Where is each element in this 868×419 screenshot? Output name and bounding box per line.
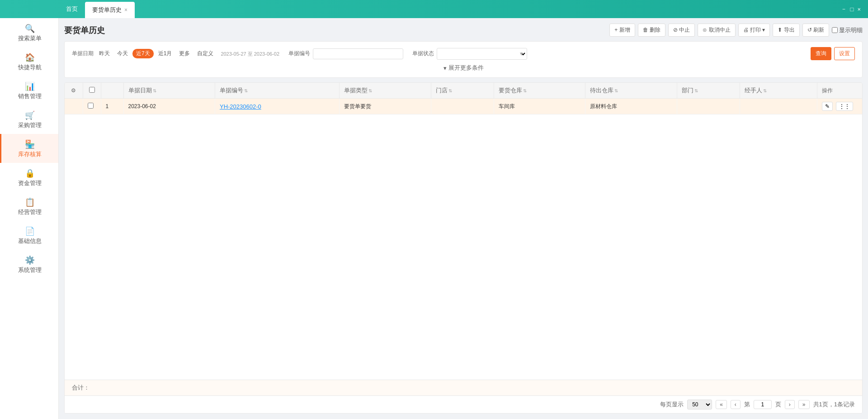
- sidebar-item-finance-mgmt[interactable]: 🔒 资金管理: [0, 163, 58, 192]
- th-num: [101, 83, 123, 99]
- display-dense-toggle[interactable]: 显示明细: [832, 26, 863, 34]
- top-bar: 首页 要货单历史 × － □ ×: [0, 0, 868, 18]
- sidebar-item-search-menu-label: 搜索菜单: [18, 34, 42, 43]
- top-bar-right: － □ ×: [841, 0, 861, 18]
- print-button[interactable]: 🖨 打印 ▾: [738, 24, 770, 37]
- window-minimize-btn[interactable]: －: [841, 5, 847, 13]
- table-row[interactable]: 1 2023-06-02 YH-20230602-0 要货单要货 车间库 原材料…: [65, 99, 862, 114]
- status-filter-label: 单据状态: [412, 50, 434, 57]
- ops-mgmt-icon: 📋: [25, 198, 35, 206]
- window-restore-btn[interactable]: □: [850, 6, 854, 13]
- th-action: 操作: [817, 83, 862, 99]
- page-size-select[interactable]: 50 10 20 100: [687, 400, 712, 409]
- delete-button[interactable]: 🗑 删除: [638, 24, 665, 37]
- sidebar: 🔍 搜索菜单 🏠 快捷导航 📊 销售管理 🛒 采购管理 🏪 库存核算 🔒 资金管…: [0, 18, 59, 419]
- tab-close-icon[interactable]: ×: [124, 7, 127, 13]
- th-handler[interactable]: 经手人⇅: [740, 83, 817, 99]
- select-all-checkbox[interactable]: [89, 87, 95, 93]
- th-store[interactable]: 门店⇅: [431, 83, 494, 99]
- date-btn-7days[interactable]: 近7天: [132, 49, 154, 58]
- page-label-suffix: 页: [775, 400, 781, 409]
- th-pending-warehouse[interactable]: 待出仓库⇅: [585, 83, 677, 99]
- date-btn-today[interactable]: 今天: [114, 49, 131, 58]
- add-button[interactable]: + 新增: [609, 24, 635, 37]
- sales-mgmt-icon: 📊: [25, 82, 35, 90]
- sidebar-item-ops-mgmt[interactable]: 📋 经营管理: [0, 192, 58, 221]
- prev-page-button[interactable]: ‹: [731, 400, 741, 409]
- total-info: 共1页，1条记录: [813, 400, 855, 409]
- sidebar-item-search-menu[interactable]: 🔍 搜索菜单: [0, 18, 58, 47]
- sort-dept-icon: ⇅: [694, 88, 698, 93]
- sidebar-item-basic-info[interactable]: 📄 基础信息: [0, 221, 58, 250]
- cell-settings: [65, 99, 83, 114]
- filter-card: 单据日期 昨天 今天 近7天 近1月 更多 自定义 2023-05-27 至 2…: [64, 41, 863, 78]
- expand-more-btn[interactable]: ▾ 展开更多条件: [72, 64, 855, 72]
- sort-date-icon: ⇅: [153, 88, 156, 93]
- cell-store: [431, 99, 494, 114]
- edit-action-btn[interactable]: ✎: [822, 102, 833, 111]
- cell-docno[interactable]: YH-20230602-0: [215, 99, 339, 114]
- date-btn-1month[interactable]: 近1月: [156, 49, 175, 58]
- sidebar-item-ops-mgmt-label: 经营管理: [18, 208, 42, 216]
- row-checkbox[interactable]: [88, 103, 94, 109]
- sidebar-item-sales-mgmt[interactable]: 📊 销售管理: [0, 76, 58, 105]
- th-docno[interactable]: 单据编号⇅: [215, 83, 339, 99]
- sidebar-item-system-mgmt-label: 系统管理: [18, 266, 42, 274]
- sidebar-item-inventory-label: 库存核算: [18, 150, 42, 158]
- th-req-warehouse[interactable]: 要货仓库⇅: [494, 83, 585, 99]
- page-number-input[interactable]: [754, 400, 772, 409]
- cell-dept: [677, 99, 740, 114]
- date-filter-label: 单据日期: [72, 50, 94, 57]
- pagination-bar: 每页显示 50 10 20 100 « ‹ 第 页 › » 共1页，1条记录: [65, 395, 862, 413]
- filter-row: 单据日期 昨天 今天 近7天 近1月 更多 自定义 2023-05-27 至 2…: [72, 47, 855, 60]
- cell-action: ✎ ⋮⋮: [817, 99, 862, 114]
- cell-checkbox: [83, 99, 101, 114]
- docno-filter-group: 单据编号: [288, 48, 403, 59]
- display-dense-checkbox[interactable]: [832, 27, 838, 33]
- th-date[interactable]: 单据日期⇅: [123, 83, 215, 99]
- summary-label: 合计：: [72, 384, 90, 392]
- cancel-stop-button[interactable]: ⊙ 取消中止: [698, 24, 735, 37]
- more-action-btn[interactable]: ⋮⋮: [836, 102, 853, 111]
- sidebar-item-sales-mgmt-label: 销售管理: [18, 92, 42, 100]
- table-wrapper[interactable]: ⚙ 单据日期⇅ 单据编号⇅ 单: [65, 83, 862, 380]
- system-mgmt-icon: ⚙️: [25, 256, 35, 264]
- sidebar-item-purchase-mgmt[interactable]: 🛒 采购管理: [0, 105, 58, 134]
- first-page-button[interactable]: «: [716, 400, 727, 409]
- date-filter-group: 单据日期 昨天 今天 近7天 近1月 更多 自定义 2023-05-27 至 2…: [72, 49, 279, 58]
- sidebar-item-quick-nav[interactable]: 🏠 快捷导航: [0, 47, 58, 76]
- settings-button[interactable]: 设置: [834, 47, 855, 60]
- date-btn-more[interactable]: 更多: [176, 49, 193, 58]
- sidebar-item-basic-info-label: 基础信息: [18, 237, 42, 245]
- tab-home[interactable]: 首页: [59, 0, 85, 18]
- display-dense-label: 显示明细: [839, 26, 863, 34]
- sidebar-item-purchase-mgmt-label: 采购管理: [18, 121, 42, 129]
- last-page-button[interactable]: »: [798, 400, 810, 409]
- export-button[interactable]: ⬆ 导出: [773, 24, 799, 37]
- sort-store-icon: ⇅: [448, 88, 452, 93]
- inventory-icon: 🏪: [25, 140, 35, 148]
- window-close-btn[interactable]: ×: [857, 6, 861, 13]
- date-btn-yesterday[interactable]: 昨天: [96, 49, 113, 58]
- docno-input[interactable]: [313, 48, 403, 59]
- th-doctype[interactable]: 单据类型⇅: [340, 83, 431, 99]
- query-button[interactable]: 查询: [811, 47, 831, 60]
- cell-doctype: 要货单要货: [340, 99, 431, 114]
- quick-nav-icon: 🏠: [25, 53, 35, 62]
- stop-button[interactable]: ⊘ 中止: [668, 24, 695, 37]
- chevron-down-icon: ▾: [443, 65, 447, 71]
- th-settings[interactable]: ⚙: [65, 83, 83, 99]
- docno-link[interactable]: YH-20230602-0: [220, 103, 261, 110]
- next-page-button[interactable]: ›: [785, 400, 795, 409]
- th-dept[interactable]: 部门⇅: [677, 83, 740, 99]
- date-btn-custom[interactable]: 自定义: [194, 49, 216, 58]
- main-layout: 🔍 搜索菜单 🏠 快捷导航 📊 销售管理 🛒 采购管理 🏪 库存核算 🔒 资金管…: [0, 18, 868, 419]
- sort-req-warehouse-icon: ⇅: [523, 88, 527, 93]
- table-body: 1 2023-06-02 YH-20230602-0 要货单要货 车间库 原材料…: [65, 99, 862, 114]
- tab-yaohuodan[interactable]: 要货单历史 ×: [85, 2, 135, 18]
- status-select[interactable]: [437, 48, 527, 60]
- sidebar-item-inventory[interactable]: 🏪 库存核算: [0, 134, 58, 163]
- refresh-button[interactable]: ↺ 刷新: [802, 24, 829, 37]
- sidebar-item-system-mgmt[interactable]: ⚙️ 系统管理: [0, 250, 58, 279]
- cell-pending-warehouse: 原材料仓库: [585, 99, 677, 114]
